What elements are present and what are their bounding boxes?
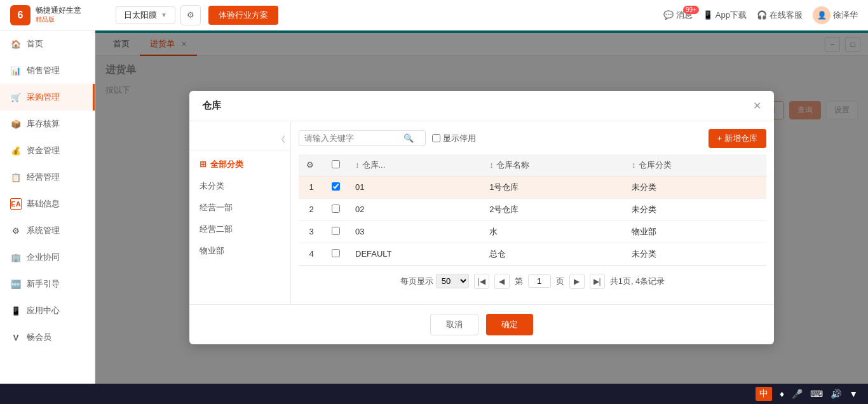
- row-checkbox[interactable]: [332, 182, 340, 191]
- row-category: 物业部: [624, 220, 766, 243]
- sidebar-item-purchase[interactable]: 🛒 采购管理: [0, 84, 95, 111]
- table-row[interactable]: 1 01 1号仓库 未分类: [299, 176, 766, 198]
- page-size-selector[interactable]: 每页显示 50 100 200: [400, 274, 469, 288]
- row-number: 4: [299, 243, 324, 265]
- content-area: 首页 进货单 ✕ − □ 进货单 按以下 🖨 打印: [95, 30, 868, 404]
- sidebar-item-inventory[interactable]: 📦 库存核算: [0, 111, 95, 137]
- row-checkbox-cell[interactable]: [324, 220, 348, 243]
- modal-category-dept1[interactable]: 经营一部: [189, 197, 290, 219]
- sidebar-item-enterprise[interactable]: 🏢 企业协同: [0, 244, 95, 271]
- row-checkbox-cell[interactable]: [324, 176, 348, 198]
- system-icon: ⚙: [10, 225, 22, 236]
- collapse-icon: 《: [277, 135, 285, 144]
- table-row[interactable]: 3 03 水 物业部: [299, 220, 766, 243]
- row-code: 02: [348, 198, 482, 220]
- sidebar-label-operation: 经营管理: [27, 172, 60, 183]
- vip-icon: V: [10, 332, 22, 343]
- modal-footer: 取消 确定: [189, 304, 774, 344]
- modal-category-dept2[interactable]: 经营二部: [189, 219, 290, 240]
- table-container: ⚙ ↕仓库...: [299, 154, 766, 266]
- modal-sidebar-collapse[interactable]: 《: [189, 129, 290, 151]
- sidebar-label-purchase: 采购管理: [27, 91, 60, 103]
- settings-button[interactable]: ⚙: [180, 5, 201, 25]
- phone-icon: 📱: [703, 10, 713, 20]
- row-checkbox[interactable]: [332, 249, 340, 257]
- first-page-button[interactable]: |◀: [474, 274, 489, 289]
- per-page-label: 每页显示: [400, 276, 433, 287]
- user-item[interactable]: 👤 徐泽华: [813, 6, 858, 24]
- sidebar-item-vip[interactable]: V 畅会员: [0, 324, 95, 351]
- online-service-item[interactable]: 🎧 在线客服: [757, 10, 803, 21]
- speaker-icon[interactable]: 🔊: [831, 389, 841, 399]
- row-code: 01: [348, 176, 482, 198]
- modal-category-uncategorized[interactable]: 未分类: [189, 175, 290, 197]
- cancel-button[interactable]: 取消: [430, 314, 478, 335]
- row-checkbox-cell[interactable]: [324, 198, 348, 220]
- sidebar-label-finance: 资金管理: [27, 145, 60, 156]
- modal-header: 仓库 ✕: [189, 91, 774, 121]
- app-download-item[interactable]: 📱 App下载: [703, 10, 747, 21]
- show-disabled-label[interactable]: 显示停用: [432, 133, 476, 144]
- row-category: 未分类: [624, 198, 766, 220]
- last-page-button[interactable]: ▶|: [590, 274, 605, 289]
- modal-close-button[interactable]: ✕: [753, 100, 761, 112]
- confirm-button[interactable]: 确定: [486, 314, 533, 335]
- sort-icon-name: ↕: [489, 160, 494, 170]
- purchase-icon: 🛒: [10, 91, 22, 103]
- logo-sub: 精品版: [36, 15, 81, 24]
- settings-icon: ⚙: [306, 160, 314, 170]
- header-right: 💬 消息 99+ 📱 App下载 🎧 在线客服 👤 徐泽华: [663, 6, 858, 24]
- page-number-input[interactable]: [528, 274, 551, 288]
- search-wrap[interactable]: 🔍: [299, 130, 426, 146]
- online-service-label: 在线客服: [770, 10, 803, 21]
- show-disabled-checkbox[interactable]: [432, 134, 440, 142]
- row-code: DEFAULT: [348, 243, 482, 265]
- row-checkbox[interactable]: [332, 227, 340, 235]
- next-page-button[interactable]: ▶: [569, 274, 585, 289]
- store-selector[interactable]: 日太阳膜 ▼: [116, 6, 175, 24]
- table-row[interactable]: 2 02 2号仓库 未分类: [299, 198, 766, 220]
- row-number: 2: [299, 198, 324, 220]
- avatar: 👤: [813, 6, 831, 24]
- sidebar-item-apps[interactable]: 📱 应用中心: [0, 297, 95, 324]
- search-input[interactable]: [304, 133, 400, 143]
- headset-icon: 🎧: [757, 10, 767, 20]
- sidebar-item-basic[interactable]: EA 基础信息: [0, 191, 95, 217]
- per-page-select[interactable]: 50 100 200: [436, 274, 469, 288]
- top-header: 6 畅捷通好生意 精品版 日太阳膜 ▼ ⚙ 体验行业方案 💬 消息 99+ 📱 …: [0, 0, 868, 30]
- basic-icon: EA: [10, 198, 22, 210]
- row-number: 3: [299, 220, 324, 243]
- sort-icon-cat: ↕: [632, 160, 636, 170]
- table-row[interactable]: 4 DEFAULT 总仓 未分类: [299, 243, 766, 265]
- modal-category-property[interactable]: 物业部: [189, 240, 290, 262]
- trial-button[interactable]: 体验行业方案: [208, 6, 278, 25]
- modal-category-all[interactable]: ⊞ 全部分类: [189, 154, 290, 175]
- pagination: 每页显示 50 100 200 |◀ ◀ 第 页: [299, 266, 766, 297]
- sidebar-item-home[interactable]: 🏠 首页: [0, 30, 95, 57]
- sidebar-item-operation[interactable]: 📋 经营管理: [0, 164, 95, 191]
- select-all-checkbox[interactable]: [332, 160, 340, 168]
- sidebar-item-system[interactable]: ⚙ 系统管理: [0, 217, 95, 244]
- logo-icon: 6: [10, 5, 31, 25]
- diamond-icon[interactable]: ♦: [780, 389, 784, 399]
- row-code: 03: [348, 220, 482, 243]
- sidebar-item-finance[interactable]: 💰 资金管理: [0, 137, 95, 164]
- sidebar-item-sales[interactable]: 📊 销售管理: [0, 57, 95, 84]
- mic-icon[interactable]: 🎤: [792, 389, 803, 399]
- row-checkbox[interactable]: [332, 205, 340, 213]
- notification-item[interactable]: 💬 消息 99+: [663, 10, 693, 21]
- modal-body: 《 ⊞ 全部分类 未分类 经营一部 经营二部: [189, 121, 774, 304]
- row-category: 未分类: [624, 176, 766, 198]
- col-settings: ⚙: [299, 154, 324, 177]
- sidebar-label-home: 首页: [27, 38, 43, 50]
- keyboard-icon[interactable]: ⌨: [810, 389, 823, 399]
- prev-page-button[interactable]: ◀: [494, 274, 510, 289]
- arrow-down-icon[interactable]: ▼: [849, 389, 858, 399]
- row-checkbox-cell[interactable]: [324, 243, 348, 265]
- add-warehouse-button[interactable]: + 新增仓库: [709, 129, 766, 148]
- sales-icon: 📊: [10, 65, 22, 76]
- sidebar-item-guide[interactable]: 🆕 新手引导: [0, 271, 95, 297]
- row-name: 水: [482, 220, 624, 243]
- page-label: 第: [515, 276, 523, 287]
- ime-icon[interactable]: 中: [756, 387, 772, 401]
